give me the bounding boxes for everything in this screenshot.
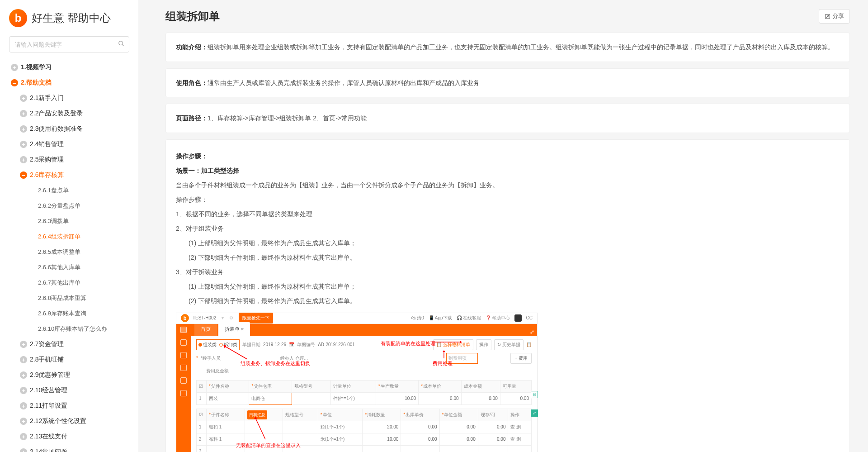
- plus-icon: +: [20, 110, 27, 117]
- nav-2-6-9[interactable]: 2.6.9库存账本查询: [38, 306, 129, 321]
- nav-2-6-10[interactable]: 2.6.10库存账本错了怎么办: [38, 321, 129, 337]
- path-label: 页面路径：: [176, 114, 208, 122]
- nav-2-6-8[interactable]: 2.6.8商品成本重算: [38, 290, 129, 306]
- site-logo: b: [9, 9, 27, 27]
- nav-2-14[interactable]: +2.14常见问题: [18, 444, 129, 452]
- step-3-2: (2) 下部明细为子件明细，最终作为产成品生成其它入库单。: [176, 295, 840, 307]
- nav-2-5[interactable]: +2.5采购管理: [18, 152, 129, 167]
- ss-history-btn: ↻ 历史单据: [494, 339, 524, 350]
- svg-marker-4: [460, 341, 462, 343]
- nav-2-6-2[interactable]: 2.6.2分量盘点单: [38, 198, 129, 214]
- search-box: [9, 36, 129, 52]
- sidebar: b 好生意 帮助中心 +1.视频学习 −2.帮助文档 +2.1新手入门 +2.2…: [0, 0, 138, 452]
- content-card: 操作步骤： 场景一：加工类型选择 当由多个子件材料组装成一个成品的业务为【组装】…: [165, 139, 850, 452]
- nav-2-10[interactable]: +2.10经营管理: [18, 383, 129, 398]
- home-icon: [180, 327, 187, 333]
- nav-2-6-5[interactable]: 2.6.5成本调整单: [38, 244, 129, 260]
- step-2: 2、对于组装业务: [176, 222, 840, 235]
- side-icon: [180, 365, 187, 371]
- scene1-desc: 当由多个子件材料组装成一个成品的业务为【组装】业务，当由一个父件拆分成多个子产品…: [176, 179, 840, 191]
- ss-account: TEST-H002: [193, 314, 216, 323]
- intro-label: 功能介绍：: [176, 43, 208, 51]
- svg-line-9: [255, 418, 265, 439]
- role-label: 使用角色：: [176, 79, 208, 86]
- step-3-1: (1) 上部明细为父件明细，最终作为原材料生成其它出库单；: [176, 280, 840, 293]
- ss-main: 首页 拆装单 × ⤢ 组装类 拆卸类 单据日期 2019-: [191, 324, 537, 452]
- intro-card: 功能介绍：组装拆卸单用来处理企业组装或拆卸等加工业务，支持有固定装配清单的产品加…: [165, 33, 850, 62]
- scene1-title: 场景一：加工类型选择: [176, 164, 840, 177]
- ss-user: CC: [526, 314, 533, 323]
- plus-icon: +: [20, 95, 27, 102]
- svg-marker-8: [443, 350, 445, 352]
- nav-2-12[interactable]: +2.12系统个性化设置: [18, 414, 129, 429]
- plus-icon: +: [20, 125, 27, 133]
- nav-2-7[interactable]: +2.7资金管理: [18, 337, 129, 352]
- search-icon[interactable]: [118, 40, 125, 48]
- page-title-row: 组装拆卸单 分享: [165, 9, 850, 24]
- svg-line-5: [225, 346, 247, 359]
- ss-tab-home: 首页: [194, 322, 217, 336]
- plus-icon: +: [20, 433, 27, 440]
- nav-2-11[interactable]: +2.11打印设置: [18, 398, 129, 414]
- nav-2-6-4[interactable]: 2.6.4组装拆卸单: [38, 229, 129, 244]
- intro-text: 组装拆卸单用来处理企业组装或拆卸等加工业务，支持有固定装配清单的产品加工业务，也…: [208, 43, 834, 51]
- ss-help: ❓ 帮助中心: [486, 314, 510, 323]
- search-input[interactable]: [9, 36, 129, 52]
- main-content: 组装拆卸单 分享 功能介绍：组装拆卸单用来处理企业组装或拆卸等加工业务，支持有固…: [138, 0, 868, 452]
- nav-2-8[interactable]: +2.8手机旺铺: [18, 352, 129, 367]
- nav-root: +1.视频学习 −2.帮助文档 +2.1新手入门 +2.2产品安装及登录 +2.…: [9, 60, 129, 452]
- svg-line-1: [122, 44, 123, 46]
- site-title: 好生意 帮助中心: [32, 11, 111, 25]
- ss-avatar: [514, 314, 522, 322]
- plus-icon: +: [20, 341, 27, 348]
- nav-help-docs[interactable]: −2.帮助文档: [9, 75, 129, 90]
- collapse-icon: ⊟: [531, 391, 538, 398]
- side-icon: [180, 377, 187, 384]
- role-card: 使用角色：通常由生产人员或库管人员完成拆装业务的操作，库管人员确认原材料的出库和…: [165, 68, 850, 98]
- svg-marker-10: [254, 417, 257, 419]
- ss-sidebar: [176, 324, 191, 452]
- nav-2-6[interactable]: −2.6库存核算: [18, 167, 129, 183]
- plus-icon: +: [20, 402, 27, 409]
- side-icon: [180, 352, 187, 358]
- share-icon: [825, 14, 830, 19]
- nav-2-13[interactable]: +2.13在线支付: [18, 429, 129, 444]
- minus-icon: −: [11, 79, 18, 86]
- logo-row: b 好生意 帮助中心: [9, 9, 129, 27]
- page-title: 组装拆卸单: [165, 9, 220, 24]
- ss-tabs: 首页 拆装单 × ⤢: [191, 324, 537, 336]
- annotation-2: 组装业务、拆卸业务在这里切换: [241, 358, 310, 368]
- nav-2-4[interactable]: +2.4销售管理: [18, 137, 129, 152]
- embedded-screenshot: b TEST-H002 ▾ ⚙ 限量抢先一下 🛍 清0 📱 App下载 🎧 在线…: [176, 313, 538, 452]
- annotation-4: 无装配清单的直接在这里录入: [236, 440, 301, 450]
- ss-float-icons2: ⤢: [531, 409, 538, 417]
- steps-label: 操作步骤：: [176, 150, 840, 162]
- ss-app: 📱 App下载: [429, 314, 452, 323]
- nav-2-6-1[interactable]: 2.6.1盘点单: [38, 183, 129, 198]
- step-1: 1、根据不同的业务，选择不同单据的类型来处理: [176, 208, 840, 220]
- plus-icon: +: [20, 141, 27, 148]
- nav-2-6-6[interactable]: 2.6.6其他入库单: [38, 260, 129, 275]
- minus-icon: −: [20, 171, 27, 179]
- step-3: 3、对于拆装业务: [176, 266, 840, 278]
- path-card: 页面路径：1、库存核算->库存管理->组装拆卸单 2、首页->常用功能: [165, 104, 850, 133]
- nav-video-learning[interactable]: +1.视频学习: [9, 60, 129, 75]
- ss-float-icons: ⊟: [531, 391, 538, 398]
- ss-form: 组装类 拆卸类 单据日期 2019-12-26 📅 单据编号 AD-201912…: [191, 336, 537, 380]
- nav-2-3[interactable]: +2.3使用前数据准备: [18, 121, 129, 137]
- plus-icon: +: [20, 156, 27, 163]
- nav-2-2[interactable]: +2.2产品安装及登录: [18, 106, 129, 121]
- ss-op-btn: 操作: [476, 339, 491, 350]
- ss-fee-btn: + 费用: [510, 353, 532, 364]
- plus-icon: +: [20, 371, 27, 379]
- nav-2-1[interactable]: +2.1新手入门: [18, 90, 129, 106]
- nav-2-9[interactable]: +2.9优惠券管理: [18, 367, 129, 383]
- side-icon: [180, 390, 187, 396]
- nav-2-6-7[interactable]: 2.6.7其他出库单: [38, 275, 129, 290]
- share-button[interactable]: 分享: [819, 9, 850, 24]
- plus-icon: +: [20, 448, 27, 452]
- ss-table2-wrap: ☑ 子件名称 日料汇总 规格型号 单位 消耗数量 出库单价 单位金额 现存/可: [191, 409, 537, 452]
- nav-2-6-3[interactable]: 2.6.3调拨单: [38, 214, 129, 229]
- step-2-2: (2) 下部明细为子件明细，最终作为原材料生成其它出库单。: [176, 251, 840, 264]
- share-label: 分享: [832, 12, 844, 20]
